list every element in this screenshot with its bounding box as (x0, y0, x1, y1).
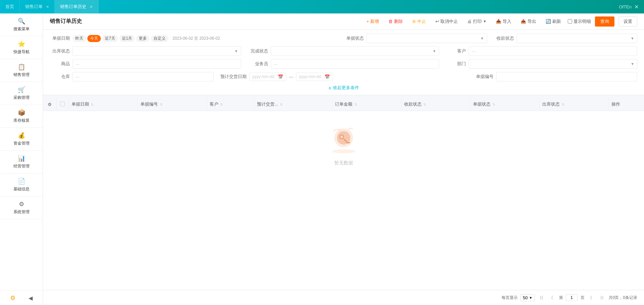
th-doc-date[interactable]: 单据日期 ⇅ (69, 98, 138, 111)
per-page-arrow-icon: ▼ (529, 296, 532, 300)
date-control: 昨天 今天 近7天 近1月 更多 自定义 2023-06-02 至 2023-0… (73, 35, 337, 42)
cancel-stop-button-label: 取消中止 (440, 18, 458, 25)
delivery-date-from[interactable]: yyyy-mm-dd 📅 (249, 73, 286, 81)
salesperson-input[interactable]: ··· (271, 59, 439, 69)
th-checkbox[interactable] (56, 98, 69, 111)
page-label: 第 (559, 295, 563, 301)
query-button[interactable]: 查询 (595, 16, 614, 27)
date-pill-more[interactable]: 更多 (136, 35, 149, 42)
sidebar-settings-icon[interactable]: ⚙ (10, 294, 15, 302)
date-pill-today[interactable]: 今天 (87, 35, 101, 42)
pagination: 每页显示 50 ▼ ⟨⟨ ⟨ 第 页 ⟩ ⟩⟩ 共0页，0条记录 (43, 290, 644, 305)
filter-row-3: 商品 ··· 业务员 ··· 部门 ▼ (50, 59, 637, 69)
capital-mgmt-icon: 💰 (18, 132, 25, 139)
per-page-label: 每页显示 (502, 295, 518, 301)
doc-number-sort-icon: ⇅ (160, 103, 163, 106)
table-container: ⚙ 单据日期 ⇅ 单据编号 ⇅ (43, 98, 644, 290)
display-detail-toggle[interactable]: 显示明细 (568, 18, 591, 25)
display-detail-checkbox[interactable] (568, 19, 572, 24)
order-number-input[interactable] (496, 72, 637, 81)
table-settings-icon[interactable]: ⚙ (48, 102, 52, 107)
tab-sales-order-history[interactable]: 销售订单历史 ✕ (55, 0, 98, 13)
filter-payment-status: 收款状态 ▼ (494, 34, 637, 43)
date-pill-7days[interactable]: 近7天 (102, 35, 118, 42)
refresh-button[interactable]: 🔄 刷新 (543, 17, 564, 26)
date-pill-custom[interactable]: 自定义 (151, 35, 168, 42)
last-page-button[interactable]: ⟩⟩ (598, 294, 606, 302)
setting-button[interactable]: 设置 (618, 16, 637, 27)
topbar-close-icon[interactable]: ✕ (634, 4, 639, 10)
delete-button[interactable]: 🗑 删除 (386, 17, 405, 26)
header-checkbox[interactable] (60, 102, 65, 106)
sidebar-item-purchase-mgmt-label: 采购管理 (13, 95, 30, 101)
tab-sales-order-history-label: 销售订单历史 (60, 4, 86, 10)
sidebar-item-ops-mgmt[interactable]: 📊 经营管理 (0, 151, 43, 174)
date-pill-1month[interactable]: 近1月 (119, 35, 135, 42)
svg-point-0 (332, 149, 355, 153)
sidebar-item-sales-mgmt[interactable]: 📋 销售管理 (0, 59, 43, 82)
sidebar-item-quick-nav[interactable]: ⭐ 快捷导航 (0, 36, 43, 59)
page-suffix: 页 (581, 295, 585, 301)
product-dots: ··· (76, 62, 79, 67)
export-button-label: 导出 (527, 18, 536, 25)
th-delivery-status[interactable]: 出库状态 ⇅ (540, 98, 609, 111)
tab-sales-order-history-close[interactable]: ✕ (90, 5, 93, 9)
th-customer[interactable]: 客户 ⇅ (207, 98, 254, 111)
add-button-label: + 新增 (367, 18, 379, 25)
empty-text: 暂无数据 (334, 160, 353, 166)
tab-home-label: 首页 (5, 4, 14, 10)
import-button-label: 导入 (503, 18, 511, 25)
refresh-button-label: 刷新 (552, 18, 561, 25)
product-input[interactable]: ··· (73, 59, 241, 69)
tab-sales-order[interactable]: 销售订单 ✕ (20, 0, 55, 13)
th-expected-delivery[interactable]: 预计交货... ⇅ (254, 98, 332, 111)
th-order-amount-label: 订单金额 (335, 102, 352, 107)
filter-area: 单据日期 昨天 今天 近7天 近1月 更多 自定义 2023-06-02 至 2… (43, 30, 644, 95)
delivery-status-sort-icon: ⇅ (562, 103, 564, 106)
sidebar-collapse-icon[interactable]: ◀ (29, 295, 33, 301)
tab-sales-order-close[interactable]: ✕ (46, 5, 49, 9)
department-select[interactable]: ▼ (469, 59, 637, 69)
sidebar-item-purchase-mgmt[interactable]: 🛒 采购管理 (0, 82, 43, 105)
sidebar-item-search-menu[interactable]: 🔍 搜索菜单 (0, 13, 43, 36)
prev-page-button[interactable]: ⟨ (548, 294, 556, 302)
first-page-button[interactable]: ⟨⟨ (538, 294, 546, 302)
filter-row-1: 单据日期 昨天 今天 近7天 近1月 更多 自定义 2023-06-02 至 2… (50, 34, 637, 43)
page-header: 销售订单历史 + 新增 🗑 删除 ⊘ 中止 ↩ 取消中止 🖨 (43, 13, 644, 30)
sidebar-item-basic-info[interactable]: 📄 基础信息 (0, 174, 43, 196)
delivery-status-select[interactable]: ▼ (73, 46, 241, 56)
search-menu-icon: 🔍 (18, 17, 25, 25)
collapse-filter-row[interactable]: ∧ 收起更多条件 (50, 85, 637, 91)
th-payment-status[interactable]: 收款状态 ⇅ (401, 98, 470, 111)
date-pill-yesterday[interactable]: 昨天 (73, 35, 86, 42)
th-order-amount[interactable]: 订单金额 ⇅ (332, 98, 401, 111)
export-button[interactable]: 📤 导出 (518, 17, 539, 26)
order-status-select[interactable]: ▼ (367, 34, 487, 43)
cancel-stop-button[interactable]: ↩ 取消中止 (433, 17, 461, 26)
calendar-to-icon: 📅 (325, 74, 330, 79)
filter-row-2: 出库状态 ▼ 完成状态 ▼ 客户 ··· (50, 46, 637, 56)
delivery-date-to[interactable]: yyyy-mm-dd 📅 (296, 73, 333, 81)
page-input[interactable] (566, 294, 578, 301)
stop-button[interactable]: ⊘ 中止 (410, 17, 429, 26)
th-order-status[interactable]: 单据状态 ⇅ (470, 98, 540, 111)
sidebar-item-inventory-calc[interactable]: 📦 库存核算 (0, 105, 43, 128)
add-button[interactable]: + 新增 (364, 17, 382, 26)
complete-status-select[interactable]: ▼ (271, 46, 439, 56)
payment-status-sort-icon: ⇅ (423, 103, 426, 106)
sidebar-item-sys-mgmt[interactable]: ⚙ 系统管理 (0, 196, 43, 219)
next-page-button[interactable]: ⟩ (587, 294, 595, 302)
stop-icon: ⊘ (412, 19, 416, 24)
import-button[interactable]: 📥 导入 (493, 17, 514, 26)
th-doc-number[interactable]: 单据编号 ⇅ (138, 98, 207, 111)
per-page-select[interactable]: 50 ▼ (520, 294, 534, 301)
payment-status-select[interactable]: ▼ (517, 34, 637, 43)
sidebar-item-sys-mgmt-label: 系统管理 (13, 209, 30, 215)
print-button[interactable]: 🖨 打印 ▼ (465, 17, 489, 26)
filter-department: 部门 ▼ (446, 59, 637, 69)
warehouse-input[interactable]: ··· (73, 72, 214, 81)
sidebar-item-capital-mgmt[interactable]: 💰 资金管理 (0, 128, 43, 151)
tab-home[interactable]: 首页 (0, 0, 20, 13)
customer-input[interactable]: ··· (469, 46, 637, 56)
th-settings[interactable]: ⚙ (43, 98, 56, 111)
